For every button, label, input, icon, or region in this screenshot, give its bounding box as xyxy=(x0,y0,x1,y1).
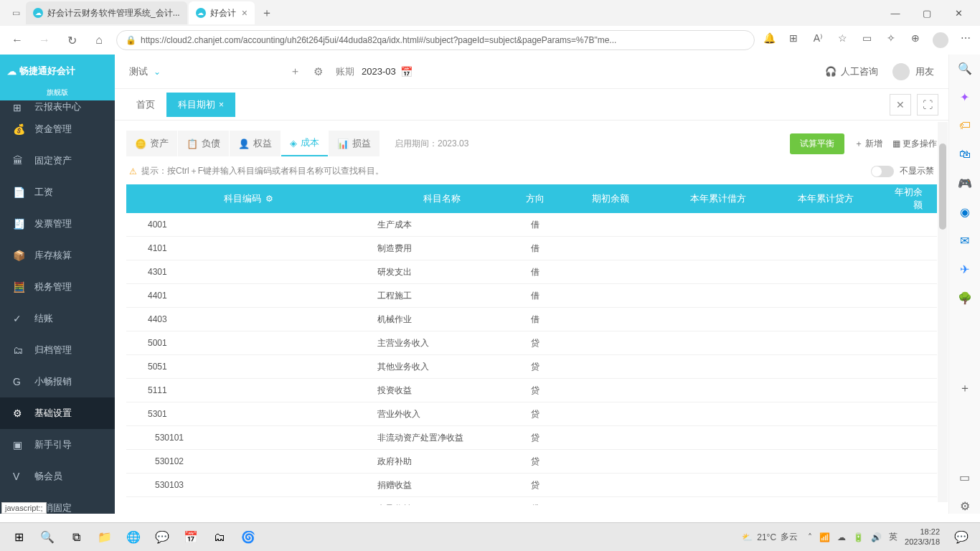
table-row[interactable]: 5001主营业务收入贷 xyxy=(126,331,937,355)
task-view-button[interactable]: ⧉ xyxy=(62,526,90,549)
tab-list-icon[interactable]: ▭ xyxy=(6,8,26,18)
maximize-button[interactable]: ▢ xyxy=(911,8,943,19)
sidebar-item-5[interactable]: 📦库存核算 xyxy=(0,240,115,271)
games-icon[interactable]: 🎮 xyxy=(958,176,972,191)
favorite-icon[interactable]: ☆ xyxy=(835,32,849,48)
explorer-icon[interactable]: 🗂 xyxy=(205,526,234,549)
table-row[interactable]: 530101非流动资产处置净收益贷 xyxy=(126,426,937,450)
collapse-sidebar-icon[interactable]: ▭ xyxy=(958,471,972,485)
table-row[interactable]: 4001生产成本借 xyxy=(126,213,937,237)
menu-icon[interactable]: ⋯ xyxy=(958,32,973,48)
start-button[interactable]: ⊞ xyxy=(4,526,33,549)
period-value[interactable]: 2023-03 xyxy=(362,66,396,77)
refresh-button[interactable]: ↻ xyxy=(62,34,82,47)
wifi-icon[interactable]: 📶 xyxy=(819,532,830,542)
sidebar-item-11[interactable]: ▣新手引导 xyxy=(0,429,115,461)
fullscreen-button[interactable]: ⛶ xyxy=(917,94,938,116)
table-row[interactable]: 5111投资收益贷 xyxy=(126,379,937,402)
favorites-bar-icon[interactable]: ✧ xyxy=(884,32,898,48)
category-tab-3[interactable]: ◈成本 xyxy=(281,131,328,156)
notification-icon[interactable]: 🔔 xyxy=(762,32,776,48)
page-tab-0[interactable]: 首页 xyxy=(125,93,166,117)
files-app-icon[interactable]: 📁 xyxy=(90,526,119,549)
chrome-icon[interactable]: 🌐 xyxy=(119,526,148,549)
sidebar-item-8[interactable]: 🗂归档管理 xyxy=(0,334,115,366)
home-button[interactable]: ⌂ xyxy=(89,34,109,47)
tag-icon[interactable]: 🏷 xyxy=(958,119,972,133)
edge-icon[interactable]: ◉ xyxy=(958,205,972,220)
close-icon[interactable]: × xyxy=(219,100,224,110)
category-tab-4[interactable]: 📊损益 xyxy=(329,131,380,156)
wechat-icon[interactable]: 💬 xyxy=(148,526,176,549)
search-button[interactable]: 🔍 xyxy=(33,526,62,549)
category-tab-0[interactable]: 🪙资产 xyxy=(126,131,177,156)
system-tray[interactable]: ˄ 📶 ☁ 🔋 🔊 英 xyxy=(808,531,897,543)
category-tab-2[interactable]: 👤权益 xyxy=(230,131,281,156)
page-tab-1[interactable]: 科目期初× xyxy=(166,93,235,117)
sparkle-icon[interactable]: ✦ xyxy=(958,90,972,105)
sidebar-item-2[interactable]: 🏛固定资产 xyxy=(0,145,115,176)
close-icon[interactable]: × xyxy=(242,7,248,19)
settings-sidebar-icon[interactable]: ⚙ xyxy=(958,499,972,514)
scroll-thumb[interactable] xyxy=(939,143,946,230)
category-tab-1[interactable]: 📋负债 xyxy=(178,131,229,156)
user-menu[interactable]: 用友 xyxy=(892,63,934,80)
browser-tab-1[interactable]: ☁ 好会计 × xyxy=(189,1,255,24)
minimize-button[interactable]: — xyxy=(880,8,911,19)
extensions-icon[interactable]: ⊞ xyxy=(786,32,801,48)
sidebar-item-1[interactable]: 💰资金管理 xyxy=(0,113,115,145)
sidebar-item-9[interactable]: G小畅报销 xyxy=(0,366,115,397)
close-tab-button[interactable]: ✕ xyxy=(890,94,911,116)
sidebar-item-0[interactable]: ⊞云报表中心 xyxy=(0,100,115,113)
chevron-down-icon[interactable]: ⌄ xyxy=(154,67,161,77)
outlook-icon[interactable]: ✉ xyxy=(958,234,972,248)
table-row[interactable]: 530104盘盈收益贷 xyxy=(126,497,937,505)
send-icon[interactable]: ✈ xyxy=(958,263,972,277)
volume-icon[interactable]: 🔊 xyxy=(871,532,882,542)
calendar-app-icon[interactable]: 📅 xyxy=(176,526,205,549)
collections-icon[interactable]: ▭ xyxy=(859,32,874,48)
profile-icon[interactable] xyxy=(933,32,948,48)
hide-disabled-toggle[interactable] xyxy=(871,166,894,177)
calendar-icon[interactable]: 📅 xyxy=(400,66,413,77)
consult-button[interactable]: 🎧 人工咨询 xyxy=(825,65,878,78)
table-row[interactable]: 4401工程施工借 xyxy=(126,284,937,308)
sidebar-item-4[interactable]: 🧾发票管理 xyxy=(0,208,115,240)
sidebar-item-6[interactable]: 🧮税务管理 xyxy=(0,271,115,303)
battery-icon[interactable]: 🔋 xyxy=(853,532,864,542)
weather-widget[interactable]: ⛅ 21°C 多云 xyxy=(742,531,798,543)
tree-icon[interactable]: 🌳 xyxy=(958,291,972,306)
add-sidebar-icon[interactable]: ＋ xyxy=(958,381,972,395)
sidebar-item-10[interactable]: ⚙基础设置 xyxy=(0,397,115,429)
cloud-sync-icon[interactable]: ☁ xyxy=(837,532,846,542)
browser-tab-0[interactable]: ☁ 好会计云财务软件管理系统_会计... xyxy=(26,1,187,24)
vertical-scrollbar[interactable] xyxy=(938,122,948,502)
table-row[interactable]: 530102政府补助贷 xyxy=(126,450,937,474)
back-button[interactable]: ← xyxy=(7,34,27,47)
edge-taskbar-icon[interactable]: 🌀 xyxy=(234,526,263,549)
table-row[interactable]: 4301研发支出借 xyxy=(126,260,937,284)
table-row[interactable]: 5051其他业务收入贷 xyxy=(126,355,937,379)
sidebar-item-3[interactable]: 📄工资 xyxy=(0,176,115,208)
close-window-button[interactable]: ✕ xyxy=(943,8,974,19)
chevron-up-icon[interactable]: ˄ xyxy=(808,532,812,542)
add-icon[interactable]: ＋ xyxy=(290,65,301,78)
gear-icon[interactable]: ⚙ xyxy=(265,194,273,204)
table-row[interactable]: 530103捐赠收益贷 xyxy=(126,474,937,497)
sidebar-item-12[interactable]: V畅会员 xyxy=(0,461,115,492)
new-tab-button[interactable]: ＋ xyxy=(256,6,278,21)
shopping-icon[interactable]: 🛍 xyxy=(958,148,972,162)
notifications-button[interactable]: 💬 xyxy=(947,526,976,549)
read-aloud-icon[interactable]: A⁾ xyxy=(811,32,825,48)
table-row[interactable]: 4101制造费用借 xyxy=(126,237,937,260)
add-button[interactable]: ＋新增 xyxy=(854,138,882,150)
reading-list-icon[interactable]: ⊕ xyxy=(908,32,923,48)
forward-button[interactable]: → xyxy=(34,34,55,47)
project-selector[interactable]: 测试 xyxy=(129,65,148,78)
gear-icon[interactable]: ⚙ xyxy=(314,65,323,78)
more-actions-button[interactable]: ▦更多操作 xyxy=(892,138,937,150)
ime-indicator[interactable]: 英 xyxy=(889,531,897,543)
search-icon[interactable]: 🔍 xyxy=(958,62,972,76)
address-bar[interactable]: 🔒 https://cloud2.chanjet.com/accounting/… xyxy=(116,30,755,50)
trial-balance-button[interactable]: 试算平衡 xyxy=(790,133,844,154)
